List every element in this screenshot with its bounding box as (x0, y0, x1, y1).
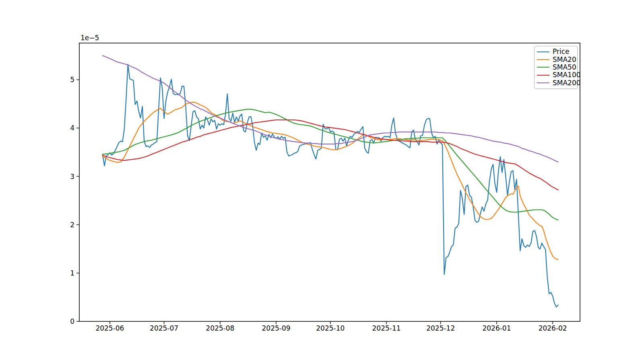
x-tick-label: 2025-09 (262, 324, 291, 332)
legend-item-sma50: SMA50 (537, 64, 575, 71)
legend-line-sample (537, 59, 549, 60)
series-line-price (103, 64, 558, 307)
y-tick-label: 0 (70, 317, 74, 325)
series-line-sma50 (103, 109, 558, 220)
legend-label: SMA200 (553, 80, 581, 86)
legend-line-sample (537, 75, 549, 76)
legend-item-sma200: SMA200 (537, 79, 575, 87)
axes: 2025-062025-072025-082025-092025-102025-… (70, 43, 580, 332)
legend-item-sma20: SMA20 (537, 56, 575, 64)
x-tick-label: 2025-07 (150, 324, 178, 332)
x-tick-label: 2025-10 (316, 324, 345, 332)
plot-frame (79, 43, 580, 321)
legend-line-sample (537, 67, 549, 68)
x-tick-label: 2026-01 (482, 324, 511, 332)
legend-item-sma100: SMA100 (537, 71, 575, 79)
legend-label: SMA100 (553, 72, 581, 78)
matplotlib-figure: 2025-062025-072025-082025-092025-102025-… (0, 0, 644, 362)
legend-label: SMA20 (553, 56, 576, 63)
y-tick-label: 5 (70, 76, 74, 84)
x-tick-label: 2025-12 (426, 324, 455, 332)
series-line-sma200 (103, 56, 558, 162)
x-tick-label: 2025-11 (372, 324, 401, 332)
legend-item-price: Price (537, 48, 575, 56)
y-tick-label: 4 (70, 124, 74, 132)
legend-label: SMA50 (553, 64, 576, 71)
legend-line-sample (537, 82, 549, 83)
y-axis-offset-label: 1e−5 (80, 34, 99, 42)
legend: PriceSMA20SMA50SMA100SMA200 (534, 46, 578, 89)
y-tick-label: 3 (70, 173, 74, 181)
y-tick-label: 2 (70, 221, 74, 229)
legend-label: Price (553, 48, 569, 55)
plot-lines (103, 56, 558, 307)
y-tick-label: 1 (70, 269, 74, 277)
x-tick-label: 2025-06 (95, 324, 124, 332)
legend-line-sample (537, 51, 549, 52)
x-tick-label: 2026-02 (539, 324, 567, 332)
x-tick-label: 2025-08 (206, 324, 234, 332)
